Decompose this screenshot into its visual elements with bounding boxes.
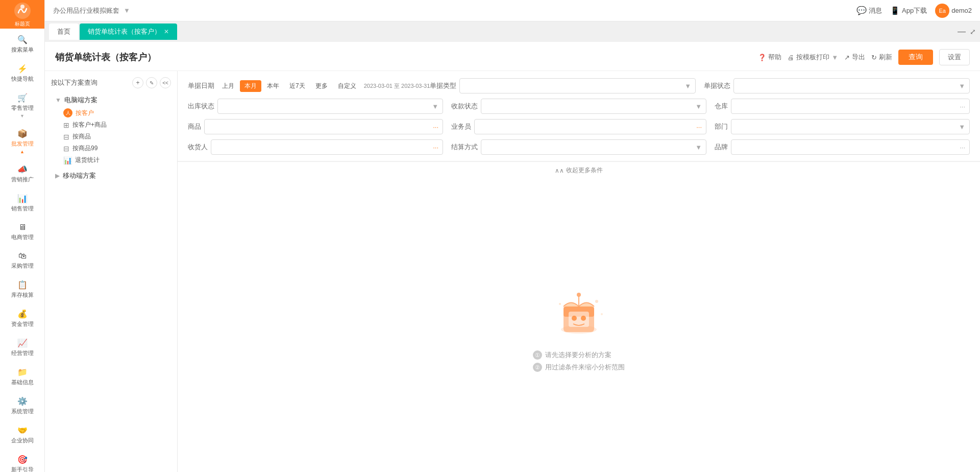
purchase-icon: 🛍 bbox=[18, 251, 27, 261]
brand-dots-icon[interactable]: ··· bbox=[960, 144, 965, 151]
scheme-panel-title: 按以下方案查询 bbox=[51, 78, 97, 87]
goods-input[interactable]: ··· bbox=[204, 119, 443, 134]
svg-point-11 bbox=[559, 303, 561, 305]
search-icon: 🔍 bbox=[17, 35, 28, 44]
message-btn[interactable]: 💬 消息 bbox=[856, 6, 882, 15]
scheme-by-customer[interactable]: 人 按客户 bbox=[59, 107, 171, 119]
app-download-label: App下载 bbox=[902, 6, 927, 15]
sidebar-item-system[interactable]: ⚙️ 系统管理 bbox=[0, 390, 44, 419]
mobile-group-item[interactable]: ▶ 移动端方案 bbox=[51, 169, 171, 182]
sidebar-item-inventory[interactable]: 📋 库存核算 bbox=[0, 274, 44, 303]
tip1-text: 请先选择要分析的方案 bbox=[545, 350, 611, 360]
scheme-by-goods-99[interactable]: ⊟ 按商品99 bbox=[59, 143, 171, 154]
user-area[interactable]: Ea demo2 bbox=[935, 4, 972, 18]
date-btn-more[interactable]: 更多 bbox=[311, 80, 332, 92]
sidebar-item-finance[interactable]: 💰 资金管理 bbox=[0, 303, 44, 332]
quick-nav-icon: ⚡ bbox=[17, 64, 28, 74]
add-scheme-btn[interactable]: + bbox=[132, 77, 143, 88]
print-btn[interactable]: 🖨 按模板打印 ▼ bbox=[788, 53, 838, 62]
maximize-window-icon[interactable]: ⤢ bbox=[970, 28, 976, 36]
payment-status-input[interactable]: ▼ bbox=[481, 99, 706, 114]
warehouse-dots-icon[interactable]: ··· bbox=[960, 103, 965, 110]
desktop-group-item[interactable]: ▼ 电脑端方案 bbox=[51, 93, 171, 107]
minimize-window-icon[interactable]: — bbox=[958, 27, 966, 36]
settlement-input[interactable]: ▼ bbox=[481, 139, 706, 155]
date-btn-last-month[interactable]: 上月 bbox=[217, 80, 239, 92]
scheme-by-customer-goods[interactable]: ⊞ 按客户+商品 bbox=[59, 119, 171, 131]
scheme-by-goods-label: 按商品 bbox=[72, 132, 91, 141]
sidebar-item-ecommerce[interactable]: 🖥 电商管理 bbox=[0, 217, 44, 245]
out-status-label: 出库状态 bbox=[188, 102, 214, 111]
export-btn[interactable]: ↗ 导出 bbox=[844, 53, 865, 62]
receiver-filter: 收货人 ··· bbox=[188, 139, 443, 155]
date-btn-7days[interactable]: 近7天 bbox=[285, 80, 310, 92]
collapse-bar[interactable]: ∧∧ 收起更多条件 bbox=[178, 161, 980, 179]
sidebar-item-enterprise[interactable]: 🤝 企业协同 bbox=[0, 419, 44, 449]
help-btn[interactable]: ❓ 帮助 bbox=[758, 53, 781, 62]
chevron-up-icon: ∧∧ bbox=[555, 167, 564, 174]
receiver-input[interactable]: ··· bbox=[211, 139, 443, 155]
top-header: 办公用品行业模拟账套 ▼ 💬 消息 📱 App下载 Ea demo2 bbox=[45, 0, 980, 21]
sidebar-item-wholesale[interactable]: 📦 批发管理 ▲ bbox=[0, 123, 44, 158]
sidebar-item-marketing[interactable]: 📣 营销推广 bbox=[0, 158, 44, 187]
sidebar-label-inventory: 库存核算 bbox=[11, 291, 34, 299]
scheme-return-stat[interactable]: 📊 退货统计 bbox=[59, 154, 171, 166]
setting-button[interactable]: 设置 bbox=[939, 49, 970, 65]
sidebar-item-quick-nav[interactable]: ⚡ 快捷导航 bbox=[0, 58, 44, 87]
refresh-btn[interactable]: ↻ 刷新 bbox=[871, 53, 892, 62]
tab-close-icon[interactable]: ✕ bbox=[164, 28, 169, 35]
sidebar-item-basic[interactable]: 📁 基础信息 bbox=[0, 361, 44, 390]
sidebar-item-search[interactable]: 🔍 搜索菜单 bbox=[0, 29, 44, 58]
salesperson-input[interactable]: ··· bbox=[474, 119, 706, 134]
query-button[interactable]: 查询 bbox=[898, 50, 933, 65]
sidebar-label-quick-nav: 快捷导航 bbox=[11, 75, 34, 83]
empty-tip-1: ① 请先选择要分析的方案 bbox=[533, 350, 625, 360]
print-icon: 🖨 bbox=[788, 54, 794, 61]
dropdown-arrow-icon[interactable]: ▼ bbox=[124, 7, 130, 14]
date-btn-custom[interactable]: 自定义 bbox=[333, 80, 361, 92]
app-download-btn[interactable]: 📱 App下载 bbox=[890, 6, 927, 15]
sidebar-item-retail[interactable]: 🛒 零售管理 ▼ bbox=[0, 87, 44, 123]
warehouse-label: 仓库 bbox=[715, 102, 728, 111]
goods-dots-icon[interactable]: ··· bbox=[433, 123, 438, 131]
receiver-dots-icon[interactable]: ··· bbox=[433, 144, 438, 151]
collapse-scheme-btn[interactable]: << bbox=[160, 77, 171, 88]
out-status-input[interactable]: ▼ bbox=[217, 99, 443, 114]
settlement-chevron-icon: ▼ bbox=[695, 144, 702, 151]
wholesale-icon: 📦 bbox=[17, 129, 28, 138]
sidebar-item-purchase[interactable]: 🛍 采购管理 bbox=[0, 245, 44, 274]
edit-scheme-btn[interactable]: ✎ bbox=[146, 77, 157, 88]
scheme-by-customer-label: 按客户 bbox=[76, 109, 94, 117]
scheme-bar-icon: 📊 bbox=[63, 156, 72, 164]
date-btn-this-year[interactable]: 本年 bbox=[262, 80, 284, 92]
order-status-label: 单据状态 bbox=[704, 81, 730, 90]
order-status-input[interactable]: ▼ bbox=[733, 78, 970, 93]
sidebar-item-newbie[interactable]: 🎯 新手引导 bbox=[0, 449, 44, 472]
tab-home[interactable]: 首页 bbox=[49, 23, 79, 40]
scheme-return-stat-label: 退货统计 bbox=[75, 156, 100, 164]
retail-arrow-icon: ▼ bbox=[20, 113, 24, 119]
page-content: 销货单统计表（按客户） ❓ 帮助 🖨 按模板打印 ▼ ↗ 导出 bbox=[45, 42, 980, 472]
tab-sales-stat[interactable]: 销货单统计表（按客户） ✕ bbox=[80, 23, 177, 40]
department-input[interactable]: ▼ bbox=[731, 119, 970, 134]
finance-icon: 💰 bbox=[17, 309, 28, 319]
brand-input[interactable]: ··· bbox=[731, 139, 970, 155]
order-type-input[interactable]: ▼ bbox=[459, 78, 696, 93]
sidebar-item-operation[interactable]: 📈 经营管理 bbox=[0, 332, 44, 361]
salesperson-dots-icon[interactable]: ··· bbox=[696, 123, 702, 131]
settlement-filter: 结算方式 ▼ bbox=[451, 139, 706, 155]
department-chevron-icon: ▼ bbox=[959, 123, 965, 131]
logo-text: 标题页 bbox=[15, 20, 30, 28]
date-btn-this-month[interactable]: 本月 bbox=[240, 80, 261, 92]
scheme-tree: ▼ 电脑端方案 人 按客户 ⊞ 按客户+商品 bbox=[51, 93, 171, 182]
brand-label: 品牌 bbox=[715, 143, 728, 152]
warehouse-input[interactable]: ··· bbox=[731, 99, 970, 114]
scheme-by-goods[interactable]: ⊟ 按商品 bbox=[59, 131, 171, 143]
sidebar-item-sales[interactable]: 📊 销售管理 bbox=[0, 187, 44, 217]
svg-point-7 bbox=[581, 316, 586, 321]
sidebar-label-enterprise: 企业协同 bbox=[11, 437, 34, 444]
operation-icon: 📈 bbox=[17, 338, 28, 348]
scheme-table99-icon: ⊟ bbox=[63, 145, 69, 153]
sidebar: 标题页 🔍 搜索菜单 ⚡ 快捷导航 🛒 零售管理 ▼ 📦 批发管理 ▲ bbox=[0, 0, 45, 472]
svg-point-9 bbox=[577, 293, 581, 297]
